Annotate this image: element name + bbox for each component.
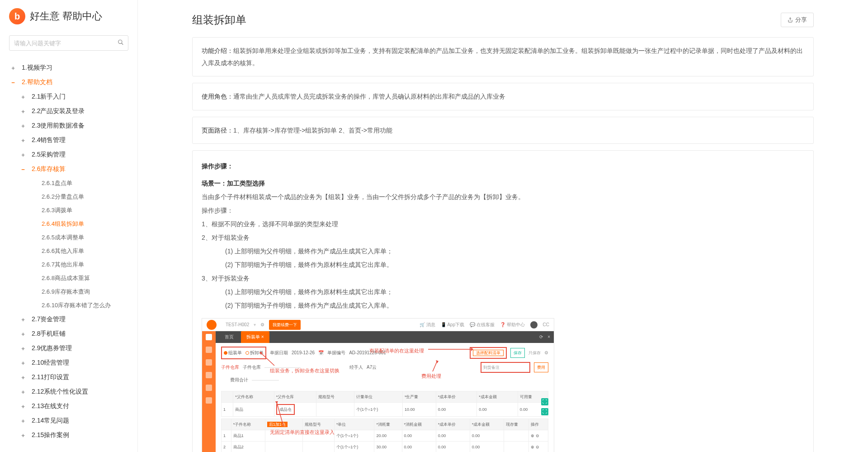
nav-label: 1.视频学习: [22, 64, 52, 72]
nav-item-2-15[interactable]: +2.15操作案例: [19, 428, 128, 442]
plus-icon: +: [19, 330, 27, 338]
search-icon[interactable]: [118, 39, 124, 47]
content-block: 操作步骤： 场景一：加工类型选择 当由多个子件材料组装成一个成品的业务为【组装】…: [192, 150, 814, 452]
minus-icon: −: [19, 165, 27, 173]
sh-upgrade-btn: 我要续费一下: [269, 320, 301, 330]
nav-item-2-1[interactable]: +2.1新手入门: [19, 90, 128, 104]
sh-date-label: 单据日期: [270, 348, 288, 357]
nav-item-video[interactable]: +1.视频学习: [9, 61, 128, 75]
intro-text: 组装拆卸单用来处理企业组装或拆卸等加工业务，支持有固定装配清单的产品加工业务，也…: [202, 47, 803, 67]
plus-icon: +: [19, 93, 27, 101]
role-card: 使用角色：通常由生产人员或库管人员完成拆装业务的操作，库管人员确认原材料的出库和…: [192, 83, 814, 110]
sh-dropdown-label: 子件仓库: [221, 363, 239, 372]
nav-item-2-12[interactable]: +2.12系统个性化设置: [19, 385, 128, 399]
nav-item-helpdoc[interactable]: −2.帮助文档: [9, 75, 128, 90]
logo: b 好生意 帮助中心: [9, 8, 128, 24]
logo-text: 好生意 帮助中心: [30, 10, 102, 23]
nav-item-2-6-6[interactable]: 2.6.6其他入库单: [42, 244, 128, 258]
sh-tab-home: 首页: [219, 331, 239, 343]
nav-item-2-14[interactable]: +2.14常见问题: [19, 414, 128, 428]
nav-item-2-6-10[interactable]: 2.6.10库存账本错了怎么办: [42, 299, 128, 312]
step3-2: (2) 下部明细为子件明细，最终作为产成品生成其它入库单。: [202, 299, 804, 312]
nav-label: 2.7资金管理: [32, 315, 66, 324]
nav-label: 2.13在线支付: [32, 402, 69, 410]
step2-1: (1) 上部明细为父件明细，最终作为产成品生成其它入库单；: [202, 245, 804, 257]
scene1-title: 场景一：加工类型选择: [202, 177, 804, 190]
path-text: 1、库存核算->库存管理->组装拆卸单 2、首页->常用功能: [233, 127, 392, 134]
plus-icon: +: [19, 107, 27, 115]
logo-icon: b: [9, 8, 25, 24]
nav-label: 2.6.6其他入库单: [42, 247, 84, 255]
sh-fee-input: 到货备注: [481, 362, 530, 373]
plus-icon: +: [19, 136, 27, 144]
nav-label: 2.14常见问题: [32, 417, 69, 425]
nav-label: 2.6.3调拨单: [42, 206, 72, 214]
nav-label: 2.帮助文档: [22, 78, 52, 86]
nav-item-2-10[interactable]: +2.10经营管理: [19, 356, 128, 370]
step3-1: (1) 上部明细为父件明细，最终作为原材料生成其它出库单；: [202, 285, 804, 298]
nav-label: 2.15操作案例: [32, 431, 69, 439]
nav-label: 2.11打印设置: [32, 373, 69, 381]
nav-label: 2.6.4组装拆卸单: [42, 220, 84, 228]
nav-label: 2.6.9库存账本查询: [42, 288, 90, 296]
share-button[interactable]: 分享: [781, 13, 814, 27]
sh-tabs: 首页 拆装单 × ⟳ ×: [216, 331, 554, 343]
nav-item-2-3[interactable]: +2.3使用前数据准备: [19, 119, 128, 133]
nav-item-2-6-8[interactable]: 2.6.8商品成本重算: [42, 271, 128, 285]
search-input[interactable]: [9, 35, 128, 51]
sh-doc-label: 单据编号: [327, 348, 345, 357]
nav-item-2-4[interactable]: +2.4销售管理: [19, 133, 128, 147]
minus-icon: −: [9, 78, 17, 86]
sh-handler-value: A7云: [367, 363, 377, 372]
plus-icon: +: [19, 388, 27, 396]
nav-item-2-2[interactable]: +2.2产品安装及登录: [19, 104, 128, 119]
nav-item-2-7[interactable]: +2.7资金管理: [19, 312, 128, 327]
nav-item-2-6-4[interactable]: 2.6.4组装拆卸单: [42, 217, 128, 231]
nav-item-2-6-3[interactable]: 2.6.3调拨单: [42, 204, 128, 217]
nav-item-2-8[interactable]: +2.8手机旺铺: [19, 327, 128, 341]
sh-radio2: 拆卸单: [250, 348, 264, 357]
sh-annotation1: 有装配清单的在这里处理: [369, 346, 424, 356]
sh-logo-icon: [207, 320, 217, 330]
sh-cc: CC: [543, 320, 549, 329]
nav-item-2-6-2[interactable]: 2.6.2分量盘点单: [42, 190, 128, 204]
sh-tab-new: 拆装单 ×: [241, 331, 269, 343]
nav-label: 2.12系统个性化设置: [32, 388, 88, 396]
nav-item-2-11[interactable]: +2.11打印设置: [19, 370, 128, 385]
steps-label: 操作步骤：: [202, 160, 804, 172]
nav-item-2-5[interactable]: +2.5采购管理: [19, 147, 128, 162]
plus-icon: +: [19, 151, 27, 159]
page-title: 组装拆卸单: [192, 13, 246, 27]
nav-label: 2.6.1盘点单: [42, 179, 72, 187]
sh-radio1: 组装单: [228, 348, 242, 357]
plus-icon: +: [19, 417, 27, 425]
sh-handler-label: 经手人: [349, 363, 363, 372]
plus-icon: +: [19, 359, 27, 367]
role-text: 通常由生产人员或库管人员完成拆装业务的操作，库管人员确认原材料的出库和产成品的入…: [233, 93, 505, 100]
plus-icon: +: [19, 344, 27, 352]
sh-btn-save: 只保存: [528, 349, 541, 357]
sidebar: b 好生意 帮助中心 +1.视频学习 −2.帮助文档 +2.1新手入门 +2.2…: [0, 0, 138, 452]
nav-item-2-6[interactable]: −2.6库存核算: [19, 162, 128, 176]
step3: 3、对于拆装业务: [202, 272, 804, 285]
nav-label: 2.2产品安装及登录: [32, 107, 85, 115]
plus-icon: +: [19, 431, 27, 439]
nav-item-2-13[interactable]: +2.13在线支付: [19, 399, 128, 414]
step2: 2、对于组装业务: [202, 231, 804, 244]
nav-label: 2.6.2分量盘点单: [42, 193, 84, 201]
plus-icon: +: [19, 402, 27, 410]
nav-item-2-6-7[interactable]: 2.6.7其他出库单: [42, 258, 128, 271]
nav-item-2-6-5[interactable]: 2.6.5成本调整单: [42, 231, 128, 244]
path-card: 页面路径：1、库存核算->库存管理->组装拆卸单 2、首页->常用功能: [192, 117, 814, 144]
plus-icon: +: [19, 122, 27, 130]
sh-online: 在线客服: [476, 322, 495, 327]
sh-app: App下载: [447, 322, 464, 327]
search-wrap: [9, 35, 128, 51]
nav-label: 2.10经营管理: [32, 359, 69, 367]
nav-item-2-6-9[interactable]: 2.6.9库存账本查询: [42, 285, 128, 299]
step1: 1、根据不同的业务，选择不同单据的类型来处理: [202, 218, 804, 230]
nav-label: 2.6库存核算: [32, 165, 66, 173]
nav-item-2-6-1[interactable]: 2.6.1盘点单: [42, 176, 128, 190]
nav-item-2-9[interactable]: +2.9优惠券管理: [19, 341, 128, 356]
sh-expand2-icon: ⛶: [541, 408, 548, 415]
